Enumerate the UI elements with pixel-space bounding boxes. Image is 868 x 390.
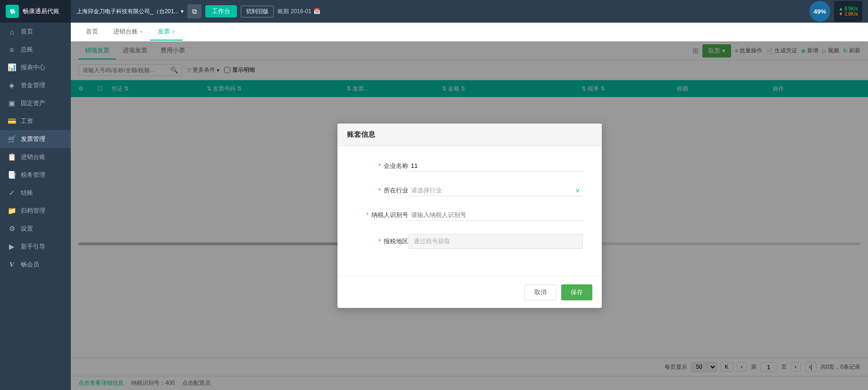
sidebar-item-ledger[interactable]: ≡ 总账: [0, 41, 71, 58]
sidebar-item-funds[interactable]: ◈ 资金管理: [0, 76, 71, 94]
tab-home[interactable]: 首页: [78, 24, 106, 41]
sidebar-item-invoice[interactable]: 🛒 发票管理: [0, 130, 71, 148]
company-selector[interactable]: 上海卯金刀电子科技有限公司_（台201... ▾: [76, 8, 184, 16]
company-dropdown-icon: ▾: [181, 8, 184, 15]
content-area: 销项发票 进项发票 费用小票 ⊞ 取票 ▾ ≡ 批量操作 📄: [71, 41, 868, 390]
tax-region-display: 通过税号获取: [408, 234, 583, 249]
assets-icon: ▣: [8, 99, 16, 108]
company-name-row: * 企业名称: [356, 160, 583, 172]
home-icon: ⌂: [8, 28, 16, 36]
sidebar-item-reports[interactable]: 📊 报表中心: [0, 58, 71, 76]
workspace-label: 工作台: [212, 8, 230, 15]
tab-bar: 首页 进销台账 × 发票 ×: [71, 23, 868, 41]
copy-icon-button[interactable]: ⧉: [187, 4, 202, 18]
cancel-button[interactable]: 取消: [524, 284, 556, 300]
topbar-right: 49% ▲ 8.5K/s ▼ 2.6K/s: [809, 1, 862, 22]
modal-header: 账套信息: [337, 124, 602, 146]
sidebar-item-member[interactable]: V 畅会员: [0, 256, 71, 274]
speed-up: ▲ 8.5K/s: [838, 6, 858, 11]
sidebar-item-label: 固定资产: [21, 99, 45, 108]
industry-row: * 所在行业 请选择行业 ∨: [356, 185, 583, 196]
sidebar-item-label: 总账: [21, 45, 33, 54]
modal-overlay: 账套信息 * 企业名称 * 所在行: [71, 41, 868, 390]
percent-value: 49%: [814, 8, 826, 15]
modal-title: 账套信息: [347, 130, 375, 138]
sidebar-item-guide[interactable]: ▶ 新手引导: [0, 238, 71, 256]
tab-home-label: 首页: [86, 27, 98, 36]
sidebar-item-assets[interactable]: ▣ 固定资产: [0, 94, 71, 112]
sidebar-item-salary[interactable]: 💳 工资: [0, 112, 71, 130]
industry-select-wrap: 请选择行业 ∨: [408, 185, 583, 196]
settle-icon: ✓: [8, 189, 16, 197]
tab-purchase-label: 进销台账: [113, 27, 138, 36]
tab-invoice-close[interactable]: ×: [172, 29, 175, 34]
sidebar-item-purchase[interactable]: 📋 进销台账: [0, 148, 71, 166]
reports-icon: 📊: [8, 63, 16, 72]
tax-id-row: * 纳税人识别号: [356, 209, 583, 221]
workspace-button[interactable]: 工作台: [205, 5, 237, 17]
modal-footer: 取消 保存: [337, 276, 602, 308]
sidebar-item-label: 进销台账: [21, 153, 45, 161]
old-version-button[interactable]: 切到旧版: [241, 6, 274, 17]
sidebar-item-label: 畅会员: [21, 260, 39, 269]
period-label: 账期: [278, 8, 289, 16]
sidebar-item-label: 工资: [21, 117, 33, 125]
sidebar-item-label: 资金管理: [21, 81, 45, 90]
company-name: 上海卯金刀电子科技有限公司_（台201...: [76, 8, 179, 16]
funds-icon: ◈: [8, 81, 16, 90]
industry-select[interactable]: 请选择行业: [408, 185, 583, 196]
purchase-icon: 📋: [8, 153, 16, 161]
sidebar-item-label: 归档管理: [21, 207, 45, 215]
main-content: 上海卯金刀电子科技有限公司_（台201... ▾ ⧉ 工作台 切到旧版 账期 2…: [71, 0, 868, 390]
sidebar-item-label: 发票管理: [21, 135, 45, 143]
member-icon: V: [8, 261, 16, 269]
sidebar-item-label: 结账: [21, 189, 33, 197]
sidebar-item-label: 首页: [21, 27, 33, 36]
sidebar-item-home[interactable]: ⌂ 首页: [0, 23, 71, 41]
sidebar: 畅 畅康通易代账 ⌂ 首页 ≡ 总账 📊 报表中心 ◈ 资金管理 ▣ 固定资产 …: [0, 0, 71, 390]
sidebar-item-settings[interactable]: ⚙ 设置: [0, 220, 71, 238]
topbar: 上海卯金刀电子科技有限公司_（台201... ▾ ⧉ 工作台 切到旧版 账期 2…: [71, 0, 868, 23]
industry-label: * 所在行业: [356, 186, 408, 195]
ledger-icon: ≡: [8, 46, 16, 54]
tax-icon: 📑: [8, 171, 16, 179]
sidebar-item-label: 新手引导: [21, 242, 45, 251]
company-name-input[interactable]: [408, 160, 583, 172]
settings-icon: ⚙: [8, 224, 16, 233]
speed-down: ▼ 2.6K/s: [838, 11, 858, 17]
sidebar-item-label: 税务管理: [21, 171, 45, 179]
modal-body: * 企业名称 * 所在行业 请选择行业: [337, 146, 602, 276]
sidebar-logo: 畅 畅康通易代账: [0, 0, 71, 23]
period-display: 账期 2016-01 📅: [278, 8, 320, 16]
sidebar-item-tax[interactable]: 📑 税务管理: [0, 166, 71, 184]
logo-text: 畅康通易代账: [23, 7, 59, 16]
save-button[interactable]: 保存: [561, 284, 592, 300]
tab-invoice-label: 发票: [158, 27, 170, 36]
tab-purchase[interactable]: 进销台账 ×: [106, 24, 150, 41]
sidebar-item-label: 报表中心: [21, 63, 45, 72]
tab-invoice[interactable]: 发票 ×: [150, 24, 182, 41]
usage-percent: 49%: [809, 1, 830, 22]
tax-region-row: * 报税地区 通过税号获取: [356, 234, 583, 249]
tax-region-label: * 报税地区: [356, 237, 408, 246]
invoice-icon: 🛒: [8, 135, 16, 143]
tab-purchase-close[interactable]: ×: [140, 29, 143, 34]
salary-icon: 💳: [8, 117, 16, 125]
sidebar-item-archive[interactable]: 📁 归档管理: [0, 202, 71, 220]
period-value: 2016-01: [291, 8, 312, 15]
old-version-label: 切到旧版: [246, 8, 269, 15]
sidebar-item-label: 设置: [21, 224, 33, 233]
tax-id-label: * 纳税人识别号: [356, 211, 408, 219]
tax-id-input[interactable]: [408, 209, 583, 221]
company-name-label: * 企业名称: [356, 162, 408, 170]
logo-icon: 畅: [6, 5, 19, 18]
archive-icon: 📁: [8, 207, 16, 215]
guide-icon: ▶: [8, 242, 16, 251]
calendar-icon[interactable]: 📅: [313, 8, 320, 15]
sidebar-item-settle[interactable]: ✓ 结账: [0, 184, 71, 202]
account-info-modal: 账套信息 * 企业名称 * 所在行: [337, 124, 602, 308]
speed-indicator: ▲ 8.5K/s ▼ 2.6K/s: [834, 1, 862, 22]
